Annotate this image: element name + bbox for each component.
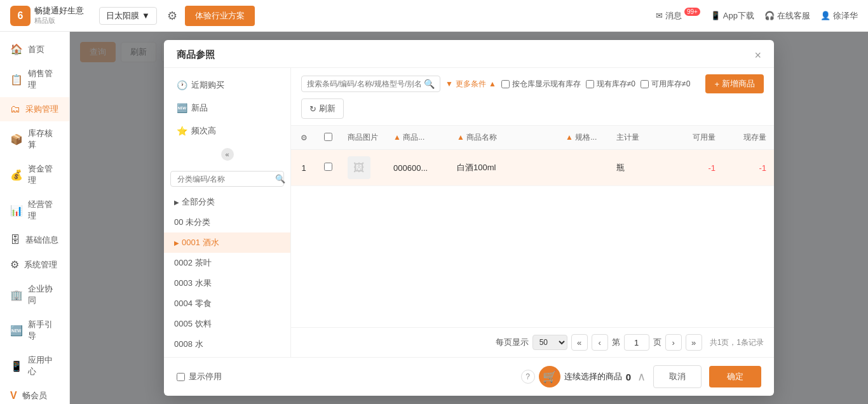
nav-message[interactable]: ✉ 消息 99+ (656, 10, 700, 22)
category-search-input[interactable] (177, 175, 273, 184)
sidebar-item-app-center[interactable]: 📱 应用中心 (0, 348, 69, 384)
cancel-button[interactable]: 取消 (653, 365, 702, 388)
add-product-label: 新增商品 (722, 78, 755, 90)
app-center-icon: 📱 (10, 360, 23, 372)
close-button[interactable]: × (754, 50, 761, 61)
settings-icon[interactable]: ⚙ (301, 133, 308, 142)
modal-title: 商品参照 (177, 49, 215, 61)
tab-recent-purchase[interactable]: 🕐 近期购买 (170, 74, 284, 96)
add-product-button[interactable]: + 新增商品 (705, 74, 764, 93)
sidebar-item-inventory[interactable]: 📦 库存核算 (0, 121, 69, 157)
collapse-button[interactable]: « (221, 148, 234, 161)
col-header-check (316, 126, 340, 150)
sidebar-item-member[interactable]: V 畅会员 (0, 384, 69, 404)
category-item-fruit[interactable]: 0003 水果 (164, 273, 290, 293)
collapse-row: « (164, 148, 290, 171)
sidebar-item-guide[interactable]: 🆕 新手引导 (0, 313, 69, 348)
sort-up-icon2: ▲ (457, 133, 465, 142)
nav-username: 徐泽华 (833, 10, 858, 22)
select-all-checkbox[interactable] (324, 133, 332, 141)
sidebar-item-enterprise[interactable]: 🏢 企业协同 (0, 277, 69, 313)
col-header-num: ⚙ (291, 126, 316, 150)
disabled-checkbox[interactable] (177, 373, 185, 381)
avail-nz-checkbox[interactable] (641, 80, 649, 88)
col-header-avail: 可用量 (660, 126, 723, 150)
category-item-snack[interactable]: 0004 零食 (164, 293, 290, 314)
user-icon: 👤 (820, 11, 831, 20)
row-checkbox[interactable] (324, 163, 332, 171)
sales-icon: 📋 (10, 74, 23, 86)
sidebar-item-home[interactable]: 🏠 首页 (0, 37, 69, 62)
sidebar-item-finance[interactable]: 💰 资金管理 (0, 157, 69, 192)
col-header-stock: 现存量 (723, 126, 774, 150)
filter-button[interactable]: ▼ 更多条件 ▲ (445, 79, 496, 90)
next-page-button[interactable]: › (665, 334, 682, 351)
chevron-down-icon: ▼ (142, 11, 150, 20)
table-row[interactable]: 1 🖼 (291, 150, 774, 186)
cart-icon[interactable]: 🛒 (539, 366, 560, 387)
stock-nz-checkbox[interactable] (586, 80, 594, 88)
checkbox-warehouse[interactable]: 按仓库显示现有库存 (501, 79, 581, 90)
sidebar-item-label-basic-info: 基础信息 (25, 234, 58, 246)
help-icon: ? (526, 372, 530, 381)
operations-icon: 📊 (10, 205, 23, 217)
product-search-input[interactable] (307, 79, 421, 88)
confirm-button[interactable]: 确定 (709, 366, 761, 387)
product-table: ⚙ 商品图片 (291, 126, 774, 327)
col-header-unit: 主计量 (609, 126, 660, 150)
sidebar-item-label-app-center: 应用中心 (28, 354, 59, 377)
filter-icon: ▼ (445, 79, 453, 88)
frequent-icon: ⭐ (177, 126, 187, 136)
category-item-water[interactable]: 0008 水 (164, 334, 290, 354)
row-name: 白酒100ml (449, 150, 558, 186)
sidebar-item-basic-info[interactable]: 🗄 基础信息 (0, 228, 69, 252)
tab-frequent[interactable]: ⭐ 频次高 (170, 120, 284, 142)
sidebar-item-purchase[interactable]: 🗂 采购管理 (0, 97, 69, 121)
sidebar-item-operations[interactable]: 📊 经营管理 (0, 192, 69, 228)
logo-sub: 精品版 (34, 16, 84, 25)
last-page-button[interactable]: » (686, 334, 702, 351)
first-page-button[interactable]: « (571, 334, 588, 351)
collapse-cart-icon[interactable]: ∧ (637, 370, 646, 384)
modal-right-panel: 🔍 ▼ 更多条件 ▲ 按仓库显示现有库存 (291, 68, 774, 357)
category-item-liquor[interactable]: ▶ 0001 酒水 (164, 232, 290, 253)
page-unit: 页 (653, 337, 661, 348)
sort-up-icon: ▲ (393, 133, 401, 142)
modal-footer: 显示停用 ? 🛒 连续选择的商品 0 ∧ 取消 确定 (164, 357, 774, 396)
page-number-input[interactable] (624, 334, 649, 351)
prev-page-button[interactable]: ‹ (592, 334, 608, 351)
table-body: 1 🖼 (291, 150, 774, 186)
page-size-select[interactable]: 50 100 200 (532, 335, 567, 350)
tab-new-products[interactable]: 🆕 新品 (170, 97, 284, 119)
sidebar-item-sales[interactable]: 📋 销售管理 (0, 62, 69, 97)
main-content: 查询 刷新 设置 商品参照 × 🕐 (70, 32, 868, 404)
category-item-beverage[interactable]: 0005 饮料 (164, 314, 290, 334)
sidebar-item-label-inventory: 库存核算 (28, 128, 59, 151)
category-item-tea[interactable]: 0002 茶叶 (164, 253, 290, 273)
help-button[interactable]: ? (521, 370, 535, 384)
gear-icon[interactable]: ⚙ (167, 9, 177, 23)
nav-dropdown[interactable]: 日太阳膜 ▼ (99, 7, 157, 25)
modal-toolbar: 🔍 ▼ 更多条件 ▲ 按仓库显示现有库存 (291, 68, 774, 126)
col-header-img: 商品图片 (340, 126, 386, 150)
category-item-all[interactable]: ▶ 全部分类 (164, 192, 290, 212)
refresh-button[interactable]: ↻ 刷新 (301, 98, 344, 119)
category-item-unclassified[interactable]: 00 未分类 (164, 212, 290, 232)
category-search-icon[interactable]: 🔍 (275, 174, 285, 184)
tab-new-label: 新品 (191, 102, 208, 114)
checkbox-avail-nz[interactable]: 可用库存≠0 (641, 79, 690, 90)
cart-icon-symbol: 🛒 (543, 370, 557, 384)
show-disabled-checkbox[interactable]: 显示停用 (177, 371, 222, 382)
nav-user[interactable]: 👤 徐泽华 (820, 10, 858, 22)
checkbox-stock-nz[interactable]: 现有库存≠0 (586, 79, 635, 90)
search-icon[interactable]: 🔍 (424, 79, 435, 89)
trial-button[interactable]: 体验行业方案 (185, 6, 255, 26)
row-check (316, 150, 340, 186)
nav-app-download[interactable]: 📱 App下载 (710, 10, 754, 22)
col-header-code: ▲ 商品... (386, 126, 449, 150)
top-nav: 6 畅捷通好生意 精品版 日太阳膜 ▼ ⚙ 体验行业方案 ✉ 消息 99+ 📱 … (0, 0, 868, 32)
warehouse-checkbox[interactable] (501, 80, 510, 88)
sidebar-item-system[interactable]: ⚙ 系统管理 (0, 252, 69, 277)
nav-service[interactable]: 🎧 在线客服 (764, 10, 810, 22)
phone-icon: 📱 (710, 11, 721, 20)
